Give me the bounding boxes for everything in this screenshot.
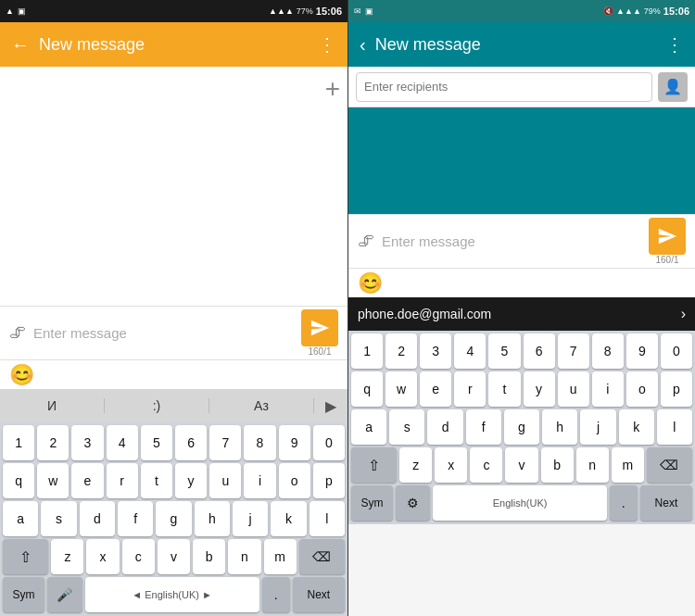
right-key-t[interactable]: t — [488, 371, 520, 407]
left-key-4[interactable]: 4 — [107, 425, 138, 460]
left-key-o[interactable]: o — [279, 463, 310, 498]
right-menu-button[interactable]: ⋮ — [665, 33, 684, 56]
left-suggest-middle[interactable]: :) — [105, 398, 209, 413]
left-key-v[interactable]: v — [158, 539, 190, 574]
right-key-7[interactable]: 7 — [558, 333, 589, 369]
left-key-a[interactable]: a — [3, 501, 38, 536]
left-key-q[interactable]: q — [3, 463, 34, 498]
left-key-6[interactable]: 6 — [175, 425, 207, 460]
left-sym-key[interactable]: Sym — [3, 577, 44, 612]
left-suggest-left[interactable]: И — [0, 398, 105, 413]
right-key-l[interactable]: l — [657, 409, 692, 445]
left-key-k[interactable]: k — [271, 501, 306, 536]
left-add-button[interactable]: + — [325, 74, 340, 104]
right-key-d[interactable]: d — [427, 409, 462, 445]
left-back-button[interactable]: ← — [11, 34, 30, 56]
right-key-p[interactable]: p — [661, 371, 692, 407]
left-key-e[interactable]: e — [71, 463, 103, 498]
right-key-g[interactable]: g — [504, 409, 539, 445]
left-key-i[interactable]: i — [244, 463, 275, 498]
left-key-l[interactable]: l — [310, 501, 345, 536]
right-key-k[interactable]: k — [619, 409, 654, 445]
right-next-key[interactable]: Next — [640, 485, 692, 521]
right-key-w[interactable]: w — [385, 371, 417, 407]
right-key-h[interactable]: h — [542, 409, 577, 445]
right-key-q[interactable]: q — [351, 371, 383, 407]
right-key-z[interactable]: z — [399, 447, 432, 483]
left-key-m[interactable]: m — [264, 539, 297, 574]
left-key-x[interactable]: x — [86, 539, 119, 574]
left-key-n[interactable]: n — [228, 539, 260, 574]
right-key-c[interactable]: c — [470, 447, 502, 483]
left-key-h[interactable]: h — [195, 501, 230, 536]
right-key-i[interactable]: i — [592, 371, 624, 407]
right-key-u[interactable]: u — [558, 371, 589, 407]
left-key-5[interactable]: 5 — [141, 425, 172, 460]
right-send-button[interactable] — [649, 218, 686, 255]
left-dot-key[interactable]: . — [262, 577, 290, 612]
right-email-arrow[interactable]: › — [681, 306, 686, 322]
right-key-2[interactable]: 2 — [385, 333, 417, 369]
left-key-p[interactable]: p — [313, 463, 345, 498]
left-key-9[interactable]: 9 — [279, 425, 310, 460]
left-key-0[interactable]: 0 — [313, 425, 345, 460]
right-key-x[interactable]: x — [435, 447, 467, 483]
right-key-e[interactable]: e — [420, 371, 451, 407]
left-shift-key[interactable]: ⇧ — [3, 539, 48, 574]
left-key-2[interactable]: 2 — [37, 425, 69, 460]
left-key-r[interactable]: r — [107, 463, 138, 498]
left-key-f[interactable]: f — [118, 501, 153, 536]
right-emoji-button[interactable]: 😊 — [358, 271, 383, 295]
right-contact-icon[interactable]: 👤 — [658, 72, 688, 102]
right-key-j[interactable]: j — [580, 409, 615, 445]
right-key-f[interactable]: f — [466, 409, 501, 445]
right-key-y[interactable]: y — [524, 371, 555, 407]
right-key-m[interactable]: m — [612, 447, 644, 483]
left-key-s[interactable]: s — [41, 501, 76, 536]
right-key-6[interactable]: 6 — [524, 333, 555, 369]
left-key-t[interactable]: t — [141, 463, 172, 498]
right-key-o[interactable]: o — [626, 371, 658, 407]
right-key-4[interactable]: 4 — [454, 333, 486, 369]
left-delete-key[interactable]: ⌫ — [299, 539, 345, 574]
left-suggest-right[interactable]: Аз — [209, 398, 314, 413]
right-key-n[interactable]: n — [576, 447, 609, 483]
right-compose-placeholder[interactable]: Enter message — [382, 233, 649, 249]
left-key-c[interactable]: c — [122, 539, 155, 574]
right-space-key[interactable]: English(UK) — [433, 485, 606, 521]
right-key-0[interactable]: 0 — [661, 333, 692, 369]
right-key-b[interactable]: b — [541, 447, 574, 483]
left-key-u[interactable]: u — [209, 463, 241, 498]
left-menu-button[interactable]: ⋮ — [318, 33, 336, 56]
right-key-5[interactable]: 5 — [488, 333, 520, 369]
left-key-3[interactable]: 3 — [71, 425, 103, 460]
right-key-8[interactable]: 8 — [592, 333, 624, 369]
right-back-button[interactable]: ‹ — [360, 34, 366, 56]
left-key-y[interactable]: y — [175, 463, 207, 498]
right-key-a[interactable]: a — [351, 409, 386, 445]
left-send-button[interactable] — [301, 309, 338, 346]
left-suggest-arrow[interactable]: ▶ — [314, 397, 348, 415]
left-key-d[interactable]: d — [80, 501, 115, 536]
right-key-r[interactable]: r — [454, 371, 486, 407]
right-key-9[interactable]: 9 — [626, 333, 658, 369]
left-next-key[interactable]: Next — [293, 577, 345, 612]
right-key-v[interactable]: v — [505, 447, 537, 483]
right-sym-key[interactable]: Sym — [351, 485, 393, 521]
left-emoji-button[interactable]: 😊 — [9, 363, 34, 387]
right-shift-key[interactable]: ⇧ — [351, 447, 397, 483]
right-dot-key[interactable]: . — [610, 485, 638, 521]
left-key-g[interactable]: g — [156, 501, 191, 536]
right-email-text[interactable]: phone.doe@gmail.com — [358, 307, 681, 321]
right-key-3[interactable]: 3 — [420, 333, 451, 369]
left-key-b[interactable]: b — [193, 539, 225, 574]
right-key-1[interactable]: 1 — [351, 333, 383, 369]
left-key-z[interactable]: z — [51, 539, 83, 574]
left-key-j[interactable]: j — [233, 501, 268, 536]
left-compose-placeholder[interactable]: Enter message — [33, 325, 301, 341]
left-key-w[interactable]: w — [37, 463, 69, 498]
left-key-7[interactable]: 7 — [209, 425, 241, 460]
right-recipients-input[interactable] — [356, 72, 652, 102]
left-mic-key[interactable]: 🎤 — [47, 577, 82, 612]
right-gear-key[interactable]: ⚙ — [396, 485, 430, 521]
